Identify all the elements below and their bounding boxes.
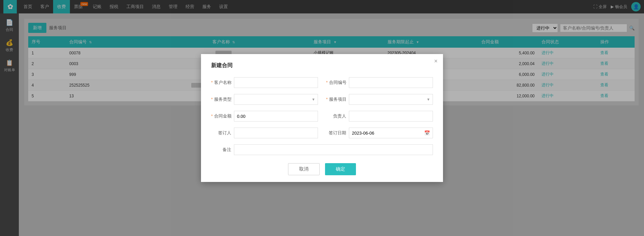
- service-type-select[interactable]: [234, 94, 318, 105]
- responsible-person-input[interactable]: [349, 111, 433, 122]
- service-type-label: 服务类型: [211, 96, 231, 102]
- form-row-1: 客户名称 合同编号: [211, 77, 433, 88]
- field-service-item: 服务项目 ▼: [326, 94, 433, 105]
- field-contract-amount: 合同金额 0.00: [211, 111, 318, 122]
- modal-overlay[interactable]: 新建合同 × 客户名称 合同编号 服务类型 ▼ 服务项目: [0, 0, 644, 236]
- client-name-input[interactable]: [234, 77, 318, 88]
- service-type-wrap: ▼: [234, 94, 318, 105]
- signer-input[interactable]: [234, 128, 318, 138]
- sign-date-label: 签订日期: [326, 130, 346, 136]
- modal-footer: 取消 确定: [211, 163, 433, 175]
- field-responsible-person: 负责人: [326, 111, 433, 122]
- field-sign-date: 签订日期 2023-06-06 📅: [326, 128, 433, 138]
- sign-date-value: 2023-06-06: [352, 131, 374, 136]
- field-signer: 签订人: [211, 128, 318, 138]
- signer-label: 签订人: [211, 130, 231, 136]
- field-contract-no: 合同编号: [326, 77, 433, 88]
- contract-amount-input[interactable]: 0.00: [234, 111, 318, 122]
- field-note: 备注: [211, 144, 433, 155]
- new-contract-modal: 新建合同 × 客户名称 合同编号 服务类型 ▼ 服务项目: [201, 54, 443, 182]
- calendar-icon[interactable]: 📅: [424, 130, 430, 136]
- cancel-button[interactable]: 取消: [288, 163, 320, 175]
- field-service-type: 服务类型 ▼: [211, 94, 318, 105]
- responsible-person-label: 负责人: [326, 113, 346, 119]
- confirm-button[interactable]: 确定: [325, 163, 356, 175]
- contract-amount-label: 合同金额: [211, 113, 231, 119]
- form-row-2: 服务类型 ▼ 服务项目 ▼: [211, 94, 433, 105]
- form-row-4: 签订人 签订日期 2023-06-06 📅: [211, 128, 433, 138]
- form-row-3: 合同金额 0.00 负责人: [211, 111, 433, 122]
- client-name-label: 客户名称: [211, 80, 231, 86]
- service-item-select[interactable]: [349, 94, 433, 105]
- field-client-name: 客户名称: [211, 77, 318, 88]
- note-input[interactable]: [234, 144, 433, 155]
- sign-date-picker[interactable]: 2023-06-06 📅: [349, 128, 433, 138]
- service-item-wrap: ▼: [349, 94, 433, 105]
- form-row-5: 备注: [211, 144, 433, 155]
- note-label: 备注: [211, 147, 231, 153]
- contract-no-input[interactable]: [349, 77, 433, 88]
- modal-close-button[interactable]: ×: [434, 58, 438, 64]
- modal-title: 新建合同: [211, 62, 433, 69]
- service-item-label-modal: 服务项目: [326, 96, 346, 102]
- contract-no-label: 合同编号: [326, 80, 346, 86]
